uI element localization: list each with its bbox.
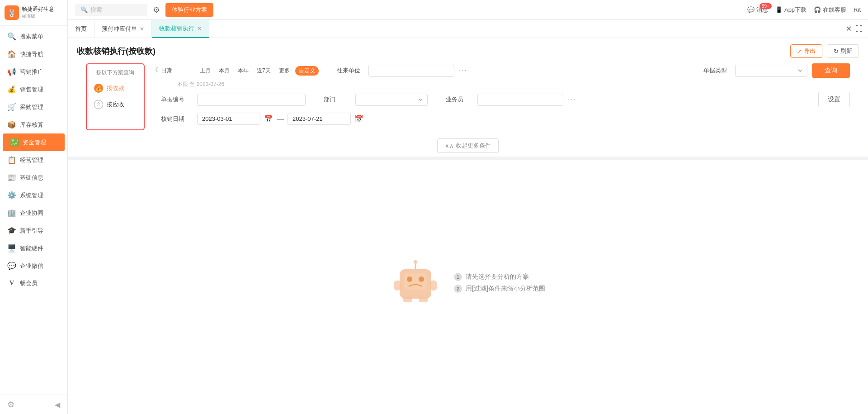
sidebar-item-enterprise[interactable]: 🏢 企业协同 (0, 204, 67, 222)
app-icon: 📱 (775, 6, 783, 13)
sidebar-collapse-icon[interactable]: ◀ (55, 400, 60, 409)
tab-expand-icon[interactable]: ⛶ (855, 25, 863, 33)
tab-receipt-close[interactable]: ✕ (197, 25, 202, 32)
filter-collapse-button[interactable]: 《 (152, 63, 161, 130)
newbie-icon: 🎓 (7, 226, 16, 235)
svg-rect-9 (419, 297, 428, 302)
sidebar-item-newbie[interactable]: 🎓 新手引导 (0, 222, 67, 239)
dept-group: 部门 (324, 94, 428, 106)
date-btn-custom[interactable]: 自定义 (295, 66, 319, 76)
export-icon: ↗ (797, 48, 802, 55)
tab-close-all-icon[interactable]: ✕ (846, 24, 852, 33)
bill-no-input[interactable] (197, 94, 306, 106)
counterpart-input[interactable] (368, 65, 454, 77)
sidebar-item-wecom[interactable]: 💬 企业微信 (0, 257, 67, 275)
sidebar-item-marketing[interactable]: 📢 营销推广 (0, 63, 67, 81)
svg-point-3 (419, 276, 424, 282)
service-icon: 🎧 (814, 6, 821, 13)
refresh-icon: ↻ (834, 48, 839, 55)
solution-button[interactable]: 体验行业方案 (165, 3, 213, 17)
counterpart-group: 往来单位 ··· (337, 65, 685, 77)
date-btn-more[interactable]: 更多 (276, 66, 292, 76)
staff-label: 业务员 (446, 95, 473, 104)
sidebar-item-hardware[interactable]: 🖥️ 智能硬件 (0, 239, 67, 257)
filter-sidebar: 按以下方案查询 💰 按收款 ⏱ 按应收 (86, 63, 145, 130)
dept-select[interactable] (355, 94, 428, 106)
message-button[interactable]: 💬 消息 99+ (747, 6, 768, 14)
writeoff-date-end-icon[interactable]: 📅 (354, 114, 363, 123)
sidebar-settings-icon[interactable]: ⚙ (7, 400, 14, 409)
tab-prepay-close[interactable]: ✕ (140, 26, 144, 32)
writeoff-date-range: 📅 — 📅 (197, 113, 363, 125)
tab-prepay[interactable]: 预付冲应付单 ✕ (94, 20, 152, 38)
date-btn-prev-month[interactable]: 上月 (197, 66, 213, 76)
topbar-search-box[interactable]: 🔍 搜索 (75, 4, 147, 16)
logo-icon: 🐰 (5, 5, 19, 20)
topbar-settings-icon[interactable]: ⚙ (153, 5, 160, 15)
filter-option-receivable[interactable]: ⏱ 按应收 (87, 96, 144, 113)
marketing-icon: 📢 (7, 67, 16, 76)
sidebar-item-basicinfo[interactable]: 📰 基础信息 (0, 169, 67, 186)
staff-group: 业务员 ··· (446, 94, 576, 106)
page-header-actions: ↗ 导出 ↻ 刷新 (790, 44, 859, 58)
bill-no-label: 单据编号 (161, 95, 188, 104)
inventory-icon: 📦 (7, 120, 16, 129)
date-hint: 不限 至 2023-07-26 (177, 80, 850, 88)
collapse-left-icon: 《 (152, 66, 158, 74)
purchase-icon: 🛒 (7, 103, 16, 111)
service-button[interactable]: 🎧 在线客服 (814, 6, 846, 14)
sidebar-item-inventory[interactable]: 📦 库存核算 (0, 116, 67, 133)
sales-icon: 💰 (7, 85, 16, 94)
sidebar-item-purchase[interactable]: 🛒 采购管理 (0, 98, 67, 116)
tab-home[interactable]: 首页 (68, 20, 94, 38)
date-btn-this-year[interactable]: 本年 (235, 66, 251, 76)
staff-dots[interactable]: ··· (568, 95, 576, 104)
filter-sidebar-title: 按以下方案查询 (87, 69, 144, 76)
sidebar: 🐰 畅捷通好生意 标准版 🔍 搜索菜单 🏠 快捷导航 📢 营销推广 💰 销售管理… (0, 0, 68, 414)
refresh-button[interactable]: ↻ 刷新 (827, 44, 859, 58)
svg-rect-1 (404, 273, 427, 290)
settings-button[interactable]: 设置 (818, 92, 850, 107)
main-area: 🔍 搜索 ⚙ 体验行业方案 💬 消息 99+ 📱 App下载 🎧 在线客服 Ri… (68, 0, 868, 414)
writeoff-date-separator: — (277, 115, 284, 123)
page-title-row: 收款核销执行(按收款) ↗ 导出 ↻ 刷新 (77, 44, 859, 58)
search-icon: 🔍 (7, 32, 16, 41)
sidebar-item-system[interactable]: ⚙️ 系统管理 (0, 186, 67, 204)
date-btn-last7[interactable]: 近7天 (254, 66, 274, 76)
sidebar-item-finance[interactable]: 💹 资金管理 (3, 133, 65, 151)
sidebar-item-search[interactable]: 🔍 搜索菜单 (0, 28, 67, 45)
app-download-button[interactable]: 📱 App下载 (775, 6, 807, 14)
counterpart-dots[interactable]: ··· (459, 67, 467, 75)
sidebar-item-sales[interactable]: 💰 销售管理 (0, 81, 67, 98)
tab-actions: ✕ ⛶ (840, 24, 868, 33)
filter-option-receipt[interactable]: 💰 按收款 (87, 80, 144, 96)
topbar: 🔍 搜索 ⚙ 体验行业方案 💬 消息 99+ 📱 App下载 🎧 在线客服 Ri… (68, 0, 868, 20)
empty-hint-text: 1 请先选择要分析的方案 2 用[过滤]条件来缩小分析范围 (454, 273, 545, 293)
date-label: 日期 (161, 67, 188, 75)
bill-type-select[interactable] (735, 65, 807, 77)
topbar-actions: 💬 消息 99+ 📱 App下载 🎧 在线客服 Rit (747, 6, 861, 14)
empty-hint-item-2: 2 用[过滤]条件来缩小分析范围 (454, 285, 545, 293)
writeoff-date-start-icon[interactable]: 📅 (264, 114, 273, 123)
writeoff-date-start[interactable] (197, 113, 260, 125)
svg-rect-6 (394, 281, 401, 290)
tab-receipt[interactable]: 收款核销执行 ✕ (152, 20, 209, 38)
receipt-option-icon: 💰 (94, 84, 103, 93)
page-content: 收款核销执行(按收款) ↗ 导出 ↻ 刷新 按以下方案查询 (68, 38, 868, 414)
empty-state: 1 请先选择要分析的方案 2 用[过滤]条件来缩小分析范围 (68, 160, 868, 414)
user-name[interactable]: Rit (854, 6, 861, 13)
staff-input[interactable] (477, 94, 563, 106)
writeoff-date-end[interactable] (288, 113, 351, 125)
sidebar-item-member[interactable]: V 畅会员 (0, 275, 67, 292)
filter-row-3: 核销日期 📅 — 📅 (161, 113, 850, 125)
sidebar-footer: ⚙ ◀ (0, 395, 67, 414)
basicinfo-icon: 📰 (7, 173, 16, 182)
sidebar-item-quicknav[interactable]: 🏠 快捷导航 (0, 45, 67, 63)
export-button[interactable]: ↗ 导出 (790, 44, 822, 58)
collapse-more-button[interactable]: ∧∧ 收起更多条件 (437, 138, 499, 153)
writeoff-date-label: 核销日期 (161, 115, 188, 123)
filter-main: 日期 上月 本月 本年 近7天 更多 自定义 往来单位 ··· (161, 63, 850, 130)
query-button[interactable]: 查询 (812, 63, 850, 78)
sidebar-item-operations[interactable]: 📋 经营管理 (0, 151, 67, 169)
date-btn-this-month[interactable]: 本月 (216, 66, 232, 76)
